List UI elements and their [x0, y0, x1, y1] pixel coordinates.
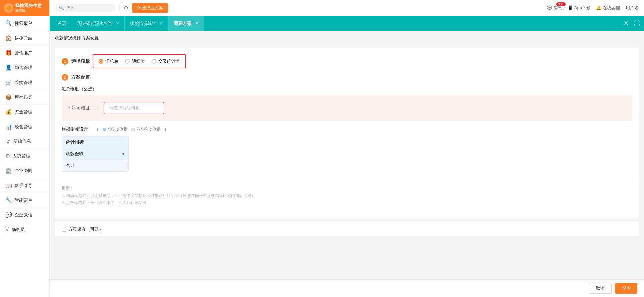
download-item[interactable]: 📱 App下载 [568, 5, 591, 11]
step1-section: 1 选择模板 汇总表 明细表 交叉统计表 [62, 54, 632, 68]
money-icon: 💰 [5, 109, 12, 115]
tab-home[interactable]: 首页 [52, 16, 72, 31]
search-menu-icon: 🔍 [5, 20, 12, 27]
query-button[interactable]: 查询 [615, 283, 637, 294]
sidebar-item-inventory[interactable]: 📦 库存核算 [0, 90, 49, 105]
save-checkbox[interactable] [62, 227, 66, 232]
tab-bank-flow-label: 现金银行流水查询 [77, 20, 112, 27]
legend-fixed: 不可拖动位置 [131, 127, 160, 132]
step1-number: 1 [62, 58, 68, 65]
sidebar-item-system[interactable]: ⚙ 系统管理 [0, 149, 49, 163]
tab-expand-icon[interactable]: ⛶ [633, 19, 641, 29]
page-title: 收款情况统计方案设置 [55, 35, 639, 44]
dimension-subsection: 汇总维度（必选） * 纵向维度 → 请选择分组维度 [62, 86, 632, 121]
sidebar-item-quick-nav[interactable]: 🏠 快捷导航 [0, 31, 49, 46]
sidebar-item-label: 营销推广 [15, 50, 32, 56]
dimension-arrow: → [94, 105, 100, 112]
metrics-header: 模板指标设定 （ 可拖动位置 不可拖动位置 ） [62, 126, 632, 132]
sidebar-item-label: 资金管理 [15, 109, 32, 115]
chat-icon: 💬 [5, 212, 12, 218]
sidebar-item-marketing[interactable]: 🎁 营销推广 [0, 46, 49, 60]
legend-fixed-dot [131, 128, 135, 131]
dimension-title: 汇总维度（必选） [62, 86, 632, 92]
sidebar-item-guide[interactable]: 📖 新手引导 [0, 178, 49, 193]
search-bar[interactable]: 🔍 搜索 [55, 4, 115, 12]
sidebar-item-search-menu[interactable]: 🔍 搜索菜单 [0, 16, 49, 31]
tab-bank-flow-close-icon[interactable]: ✕ [116, 21, 119, 26]
topbar-divider [119, 5, 120, 11]
content-area: 收款情况统计方案设置 1 选择模板 汇总表 明细表 [50, 31, 644, 279]
gift-icon: 🎁 [5, 50, 12, 56]
stats-table-cell-amount[interactable]: 收款金额 ▾ [62, 148, 128, 160]
chat-support-item[interactable]: 🔔 在线客服 [596, 5, 620, 11]
legend-fixed-label: 不可拖动位置 [136, 127, 160, 132]
stats-table: 统计指标 收款金额 ▾ 合计 [62, 136, 129, 172]
metrics-title: 模板指标设定 [62, 126, 88, 132]
stats-cell-dropdown-icon[interactable]: ▾ [122, 152, 124, 156]
download-icon: 📱 [568, 5, 573, 10]
step2-title: 方案配置 [71, 74, 90, 80]
sidebar-item-label: 企业微信 [15, 212, 32, 218]
sidebar-item-operations[interactable]: 📊 经营管理 [0, 119, 49, 134]
sidebar-item-enterprise[interactable]: 🏢 企业协同 [0, 163, 49, 178]
download-label: App下载 [574, 5, 591, 11]
step2-section: 2 方案配置 汇总维度（必选） * 纵向维度 → 请选择分组维度 [62, 74, 632, 206]
tab-receipt-stats-close-icon[interactable]: ✕ [160, 21, 163, 26]
username-label: 用户名 [626, 5, 639, 11]
sidebar-item-label: 系统管理 [13, 153, 30, 159]
action-bar: 取消 查询 [50, 279, 644, 297]
sidebar-item-label: 快捷导航 [15, 35, 32, 41]
sidebar-item-label: 畅会员 [12, 227, 25, 233]
sidebar-item-wechat[interactable]: 💬 企业微信 [0, 208, 49, 222]
radio-cross[interactable]: 交叉统计表 [152, 58, 180, 64]
logo-icon: 🔶 [4, 3, 13, 13]
topbar: 🔍 搜索 ⚙ 体验行业方案 💬 消息 99+ 📱 App下载 🔔 在线客服 用户… [50, 0, 644, 16]
tab-home-label: 首页 [58, 20, 66, 27]
step1-header: 1 选择模板 汇总表 明细表 交叉统计表 [62, 54, 632, 68]
tips-section: 提示： 1. 拖动标题栏可以调整布局，不可跨维度或指标区域拖动栏目字段（只能在同… [62, 180, 632, 206]
sidebar-item-basic-info[interactable]: 🗂 基础信息 [0, 134, 49, 149]
dimension-vertical-label: 纵向维度 [72, 105, 90, 110]
legend-draggable-dot [103, 128, 106, 131]
sidebar-item-sales[interactable]: 👤 销售管理 [0, 60, 49, 75]
radio-summary[interactable]: 汇总表 [99, 58, 118, 64]
logo-text: 畅捷通好生意 [15, 3, 42, 8]
main-area: 🔍 搜索 ⚙ 体验行业方案 💬 消息 99+ 📱 App下载 🔔 在线客服 用户… [50, 0, 644, 297]
settings-gear-icon[interactable]: ⚙ [124, 5, 128, 11]
sidebar-item-label: 基础信息 [13, 138, 31, 144]
tab-bank-flow[interactable]: 现金银行流水查询 ✕ [72, 16, 125, 31]
logo-edition: 标准版 [15, 8, 42, 13]
sidebar-logo: 🔶 畅捷通好生意 标准版 [0, 0, 49, 16]
template-selection-box: 汇总表 明细表 交叉统计表 [93, 54, 186, 68]
sidebar-item-label: 经营管理 [15, 124, 32, 130]
tab-new-plan-label: 新建方案 [174, 20, 192, 27]
legend-paren-close: ） [164, 127, 168, 132]
trial-button[interactable]: 体验行业方案 [132, 3, 168, 13]
step1-title: 选择模板 [71, 58, 90, 64]
tabbar-actions: ✕ ⛶ [622, 18, 641, 29]
radio-detail-label: 明细表 [132, 58, 145, 64]
cancel-button[interactable]: 取消 [589, 283, 612, 294]
chat-support-label: 在线客服 [603, 5, 620, 11]
radio-summary-circle [99, 59, 103, 64]
footer-save: 方案保存（可选） [55, 222, 639, 236]
legend-draggable: 可拖动位置 [103, 127, 127, 132]
sidebar-item-member[interactable]: V 畅会员 [0, 222, 49, 237]
sidebar-item-label: 智能硬件 [15, 197, 32, 203]
tab-receipt-stats-label: 收款情况统计 [130, 20, 156, 27]
tab-close-all-icon[interactable]: ✕ [622, 18, 630, 29]
sidebar-item-purchase[interactable]: 🛒 采购管理 [0, 75, 49, 90]
radio-detail[interactable]: 明细表 [125, 58, 145, 64]
notification-item[interactable]: 💬 消息 99+ [547, 5, 562, 11]
tips-item-1: 1. 拖动标题栏可以调整布局，不可跨维度或指标区域拖动栏目字段（只能在同一维度或… [62, 193, 632, 199]
username-item[interactable]: 用户名 [626, 5, 639, 11]
cart-icon: 🛒 [5, 79, 12, 86]
dimension-input[interactable]: 请选择分组维度 [104, 102, 164, 114]
save-checkbox-item[interactable]: 方案保存（可选） [62, 226, 103, 232]
sidebar-item-hardware[interactable]: 🔧 智能硬件 [0, 193, 49, 208]
tips-title: 提示： [62, 185, 632, 191]
tab-receipt-stats[interactable]: 收款情况统计 ✕ [125, 16, 169, 31]
sidebar-item-finance[interactable]: 💰 资金管理 [0, 105, 49, 119]
tab-new-plan[interactable]: 新建方案 ✕ [169, 16, 204, 31]
tab-new-plan-close-icon[interactable]: ✕ [195, 21, 198, 26]
